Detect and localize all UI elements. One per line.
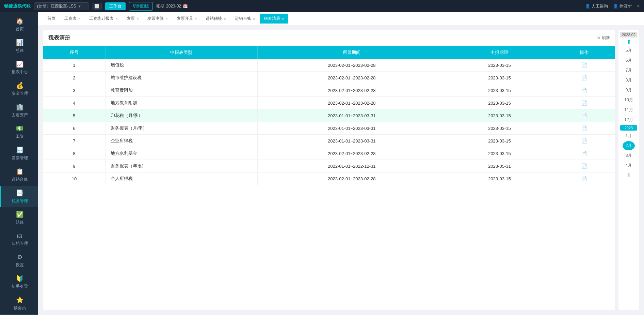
cell-type: 地方教育附加 — [105, 97, 257, 109]
sidebar-item-label: 发票管理 — [12, 155, 28, 161]
period-label: 账期 2023-02 📅 — [156, 3, 188, 9]
cal-month-8月[interactable]: 8月 — [620, 76, 637, 85]
sidebar-item-label: 报表中心 — [12, 69, 28, 75]
cell-action[interactable]: 📄 — [553, 109, 615, 122]
action-icon[interactable]: 📄 — [581, 163, 587, 169]
cal-month-11月[interactable]: 11月 — [620, 105, 637, 115]
tab-税表清册[interactable]: 税表清册× — [260, 14, 288, 24]
sidebar-item-工资[interactable]: 💵工资 — [0, 121, 38, 143]
cell-action[interactable]: 📄 — [553, 172, 615, 185]
period-calendar-icon[interactable]: 📅 — [183, 4, 188, 9]
cell-type: 财务报表（月/季） — [105, 122, 257, 135]
tab-close-icon[interactable]: × — [115, 17, 117, 21]
tab-label: 税表清册 — [264, 16, 280, 21]
content-area: 首页工资表×工资统计报表×发票×发票测算×发票开具×进销稽核×进销台账×税表清册… — [38, 12, 644, 315]
refresh-button[interactable]: ↻ 刷新 — [597, 35, 610, 41]
tab-close-icon[interactable]: × — [195, 17, 197, 21]
cell-action[interactable]: 📄 — [553, 135, 615, 147]
tab-工资统计报表[interactable]: 工资统计报表× — [85, 14, 122, 24]
cell-action[interactable]: 📄 — [553, 72, 615, 84]
cell-deadline: 2023-03-15 — [446, 109, 553, 122]
help-btn[interactable]: 👤 人工咨询 — [585, 3, 608, 9]
sidebar-item-新手引导[interactable]: 🔰新手引导 — [0, 271, 38, 293]
sidebar-item-固定资产[interactable]: 🏢固定资产 — [0, 100, 38, 121]
cell-type: 教育费附加 — [105, 84, 257, 97]
cell-no: 10 — [43, 172, 105, 185]
tab-close-icon[interactable]: × — [165, 17, 167, 21]
sidebar-item-归档管理[interactable]: 🗂归档管理 — [0, 229, 38, 250]
cell-deadline: 2023-03-15 — [446, 147, 553, 160]
sidebar-item-首页[interactable]: 🏠首页 — [0, 14, 38, 35]
action-icon[interactable]: 📄 — [581, 176, 587, 181]
action-icon[interactable]: 📄 — [581, 75, 587, 80]
tab-工资表[interactable]: 工资表× — [60, 14, 84, 24]
cell-no: 6 — [43, 122, 105, 135]
sidebar-item-结账[interactable]: ✅结账 — [0, 207, 38, 229]
cell-action[interactable]: 📄 — [553, 84, 615, 97]
cal-month-12月[interactable]: 12月 — [620, 115, 637, 124]
sidebar-icon: ⚙ — [17, 253, 22, 261]
cell-action[interactable]: 📄 — [553, 122, 615, 135]
sidebar-item-畅会员[interactable]: ⭐畅会员 — [0, 293, 38, 314]
tab-close-icon[interactable]: × — [136, 17, 139, 21]
action-icon[interactable]: 📄 — [581, 125, 587, 131]
cell-period: 2023-02-01~2023-02-28 — [258, 172, 446, 185]
action-icon[interactable]: 📄 — [581, 113, 587, 118]
tab-发票测算[interactable]: 发票测算× — [143, 14, 172, 24]
cal-month-3月[interactable]: 3月 — [620, 151, 637, 160]
sidebar-icon: 🏢 — [16, 103, 23, 111]
cell-no: 7 — [43, 135, 105, 147]
company-selector[interactable]: (勿动）江西股至-LSS ▼ — [34, 2, 88, 10]
cal-down-button[interactable]: ⬇ — [627, 172, 631, 178]
sidebar-item-设置[interactable]: ⚙设置 — [0, 250, 38, 271]
refresh-icon: ↻ — [597, 36, 600, 41]
topbar: 畅捷通易代账 (勿动）江西股至-LSS ▼ ⬜ 工作台 切到旧版 账期 2023… — [0, 0, 644, 12]
action-icon[interactable]: 📄 — [581, 100, 587, 106]
cell-deadline: 2023-03-15 — [446, 84, 553, 97]
cal-month-7月[interactable]: 7月 — [620, 66, 637, 75]
sidebar-item-报表中心[interactable]: 📈报表中心 — [0, 57, 38, 78]
cal-month-2月[interactable]: 2月 — [623, 141, 635, 150]
action-icon[interactable]: 📄 — [581, 88, 587, 93]
cell-action[interactable]: 📄 — [553, 147, 615, 160]
cell-action[interactable]: 📄 — [553, 160, 615, 172]
action-icon[interactable]: 📄 — [581, 151, 587, 156]
sidebar-item-总账[interactable]: 📊总账 — [0, 35, 38, 57]
cell-no: 8 — [43, 147, 105, 160]
workspace-button[interactable]: 工作台 — [105, 2, 126, 10]
tab-close-icon[interactable]: × — [78, 17, 80, 21]
action-icon[interactable]: 📄 — [581, 138, 587, 144]
topbar-close-btn[interactable]: × — [637, 3, 640, 9]
cal-month-1月[interactable]: 1月 — [620, 131, 637, 140]
topbar-icon-btn[interactable]: ⬜ — [92, 3, 102, 10]
cal-month-4月[interactable]: 4月 — [620, 161, 637, 170]
sidebar-item-进销台账[interactable]: 📋进销台账 — [0, 164, 38, 186]
table-row: 10 个人所得税 2023-02-01~2023-02-28 2023-03-1… — [43, 172, 615, 185]
tab-close-icon[interactable]: × — [224, 17, 226, 21]
old-mode-button[interactable]: 切到旧版 — [129, 2, 153, 11]
cal-current-year: 2023 — [620, 125, 637, 131]
tab-进销台账[interactable]: 进销台账× — [231, 14, 259, 24]
cal-month-10月[interactable]: 10月 — [620, 95, 637, 105]
cell-period: 2023-01-01~2023-03-31 — [258, 122, 446, 135]
tab-发票[interactable]: 发票× — [123, 14, 143, 24]
sidebar-item-发票管理[interactable]: 🧾发票管理 — [0, 143, 38, 164]
cell-action[interactable]: 📄 — [553, 97, 615, 109]
main-panel: 税表清册 ↻ 刷新 序号申报表类型所属期间申报期限操作 1 增值税 2023-0… — [43, 30, 615, 310]
sidebar-item-税务管理[interactable]: 📑税务管理 — [0, 186, 38, 207]
tab-label: 发票开具 — [177, 16, 193, 21]
cal-month-6月[interactable]: 6月 — [620, 56, 637, 65]
action-icon[interactable]: 📄 — [581, 62, 587, 68]
tab-首页[interactable]: 首页 — [43, 14, 60, 24]
sidebar-item-label: 设置 — [16, 262, 24, 268]
cell-action[interactable]: 📄 — [553, 59, 615, 72]
cal-up-button[interactable]: ⬆ — [627, 39, 631, 45]
cal-month-5月[interactable]: 5月 — [620, 46, 637, 55]
tab-close-icon[interactable]: × — [282, 17, 284, 21]
user-menu[interactable]: 👤 徐涯华 — [613, 3, 632, 9]
sidebar-item-资金管理[interactable]: 💰资金管理 — [0, 78, 38, 100]
tab-close-icon[interactable]: × — [253, 17, 255, 21]
tab-进销稽核[interactable]: 进销稽核× — [202, 14, 230, 24]
cal-month-9月[interactable]: 9月 — [620, 86, 637, 95]
tab-发票开具[interactable]: 发票开具× — [173, 14, 201, 24]
